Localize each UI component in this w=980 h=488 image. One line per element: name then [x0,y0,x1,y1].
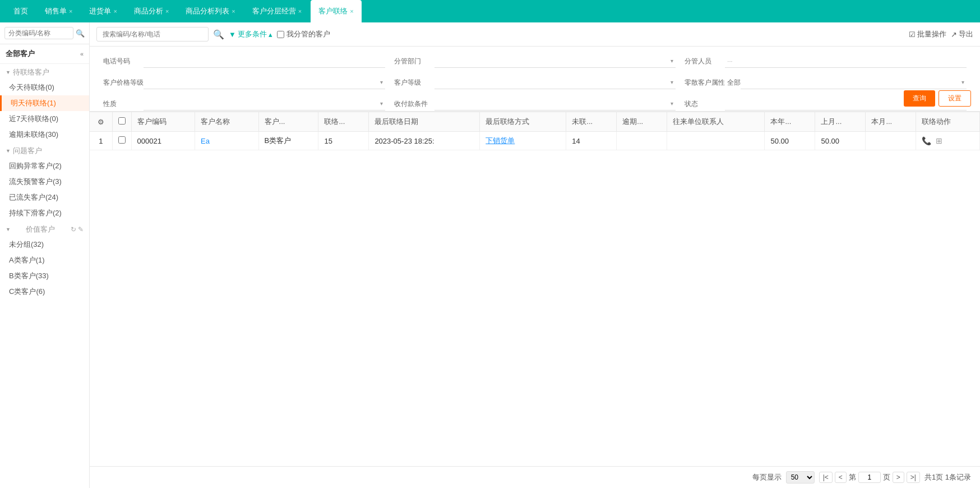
filter-val-phone[interactable] [144,54,385,68]
sidebar-group-problem[interactable]: 问题客户 [0,142,89,158]
nav-sales[interactable]: 销售单 × [37,0,80,22]
pagination: |< < 第 页 > >| [819,472,920,483]
sidebar-item-c-class[interactable]: C类客户(6) [0,284,89,300]
my-customer-checkbox[interactable] [277,31,284,38]
action-grid-icon[interactable]: ⊞ [936,136,942,145]
th-this-month: 本月... [866,112,916,132]
customer-table: ⚙ 客户编码 客户名称 客户... 联络... 最后联络日期 最后联络方式 未联… [90,112,980,150]
sidebar-group-value[interactable]: 价值客户 ↻ ✎ [0,221,89,237]
sidebar-search-area: 🔍 [0,22,89,44]
filter-val-customer-level[interactable] [434,76,676,89]
sidebar-item-churned[interactable]: 已流失客户(24) [0,190,89,205]
th-contact-count: 联络... [318,112,369,132]
filter-label-status: 状态 [685,99,725,109]
action-phone-icon[interactable]: 📞 [922,136,931,145]
td-overdue [617,132,667,150]
filter-cell-price-level: 客户价格等级 [99,73,390,91]
per-page-select[interactable]: 50 100 [786,471,815,484]
td-idx: 1 [90,132,112,150]
sidebar-item-declining[interactable]: 持续下滑客户(2) [0,205,89,221]
footer: 每页显示 50 100 |< < 第 页 > >| 共1页 1条记录 [90,466,980,488]
row-checkbox[interactable] [118,136,126,144]
table-row: 1 000021 Ea B类客户 15 2023-05-23 18:25: 下销… [90,132,980,150]
th-type: 客户... [258,112,318,132]
th-overdue: 逾期... [617,112,667,132]
set-button-main[interactable]: 设置 [939,90,971,107]
td-last-contact-method[interactable]: 下销货单 [480,132,566,150]
td-contact-count: 15 [318,132,369,150]
th-settings[interactable]: ⚙ [90,112,112,132]
td-action: 📞 ⊞ [916,132,980,150]
sidebar-item-a-class[interactable]: A类客户(1) [0,252,89,268]
page-unit: 页 [883,472,890,482]
page-prev-btn[interactable]: < [835,472,847,483]
sidebar-item-overdue[interactable]: 逾期未联络(30) [0,127,89,142]
sidebar-item-today[interactable]: 今天待联络(0) [0,80,89,95]
nav-purchase[interactable]: 进货单 × [81,0,124,22]
filter-cell-payment: 收付款条件 [390,95,681,113]
nav-home[interactable]: 首页 [6,0,36,22]
filter-val-retail-attr[interactable] [741,76,967,89]
sidebar-item-7days[interactable]: 近7天待联络(0) [0,111,89,127]
main-layout: 🔍 全部客户 « 待联络客户 今天待联络(0) 明天待联络(1) 近7天待联络(… [0,22,980,488]
nav-close-purchase[interactable]: × [113,0,117,22]
filter-val-manager[interactable]: ··· [725,54,967,68]
check-all[interactable] [118,117,126,125]
td-check[interactable] [112,132,131,150]
filter-val-nature[interactable] [144,97,385,111]
search-input[interactable] [96,27,209,42]
sidebar-all-customers[interactable]: 全部客户 « [0,44,89,64]
sidebar-search-icon[interactable]: 🔍 [76,29,85,38]
nav-close-product-analysis[interactable]: × [165,0,169,22]
sidebar: 🔍 全部客户 « 待联络客户 今天待联络(0) 明天待联络(1) 近7天待联络(… [0,22,90,488]
last-contact-link[interactable]: 下销货单 [486,136,515,145]
query-button-main[interactable]: 查询 [904,90,935,107]
top-nav: 首页 销售单 × 进货单 × 商品分析 × 商品分析列表 × 客户分层经营 × … [0,0,980,22]
filter-cell-manager: 分管人员 ··· [680,52,971,70]
page-input[interactable] [858,472,881,483]
filter-val-price-level[interactable] [144,76,385,89]
filter-label-dept: 分管部门 [394,57,434,66]
filter-cell-phone: 电话号码 [99,52,390,70]
filter-retail-attr-chevron [961,79,964,85]
nav-close-customer-contact[interactable]: × [350,0,353,22]
nav-close-product-analysis-list[interactable]: × [232,0,235,22]
export-button[interactable]: ↗ 导出 [951,29,973,39]
td-name[interactable]: Ea [195,132,259,150]
page-label: 第 [849,472,856,482]
batch-button[interactable]: ☑ 批量操作 [909,29,946,39]
sidebar-item-b-class[interactable]: B类客户(33) [0,268,89,284]
page-last-btn[interactable]: >| [907,472,920,483]
sidebar-item-unclassified[interactable]: 未分组(32) [0,237,89,252]
td-code: 000021 [131,132,195,150]
nav-close-customer-tier[interactable]: × [298,0,302,22]
page-next-btn[interactable]: > [893,472,904,483]
action-icons: 📞 ⊞ [922,136,974,145]
nav-customer-tier[interactable]: 客户分层经营 × [244,0,309,22]
th-this-year: 本年... [765,112,815,132]
sidebar-search-input[interactable] [4,27,73,39]
td-last-contact-date: 2023-05-23 18:25: [369,132,480,150]
filter-more-button[interactable]: ▼ 更多条件 ▴ [229,29,272,39]
nav-product-analysis[interactable]: 商品分析 × [126,0,177,22]
my-customer-checkbox-label[interactable]: 我分管的客户 [277,29,330,39]
filter-val-payment[interactable] [434,97,676,111]
page-first-btn[interactable]: |< [819,472,833,483]
total-label: 共1页 1条记录 [924,472,971,482]
th-check[interactable] [112,112,131,132]
sidebar-item-churn-warning[interactable]: 流失预警客户(3) [0,174,89,190]
td-last-month: 50.00 [815,132,866,150]
sidebar-group-pending[interactable]: 待联络客户 [0,64,89,80]
nav-close-sales[interactable]: × [69,0,72,22]
search-button[interactable]: 🔍 [213,29,224,40]
sidebar-item-tomorrow[interactable]: 明天待联络(1) [0,95,89,111]
filter-label-price-level: 客户价格等级 [103,78,144,88]
th-unit-contact: 往来单位联系人 [667,112,765,132]
nav-customer-contact[interactable]: 客户联络 × [311,0,361,22]
filter-label-phone: 电话号码 [103,57,144,66]
filter-panel: 电话号码 分管部门 分管人员 ··· [90,47,980,112]
filter-val-dept[interactable] [434,54,676,68]
nav-product-analysis-list[interactable]: 商品分析列表 × [178,0,243,22]
sidebar-item-repurchase-anomaly[interactable]: 回购异常客户(2) [0,158,89,174]
filter-cell-nature: 性质 [99,95,390,113]
